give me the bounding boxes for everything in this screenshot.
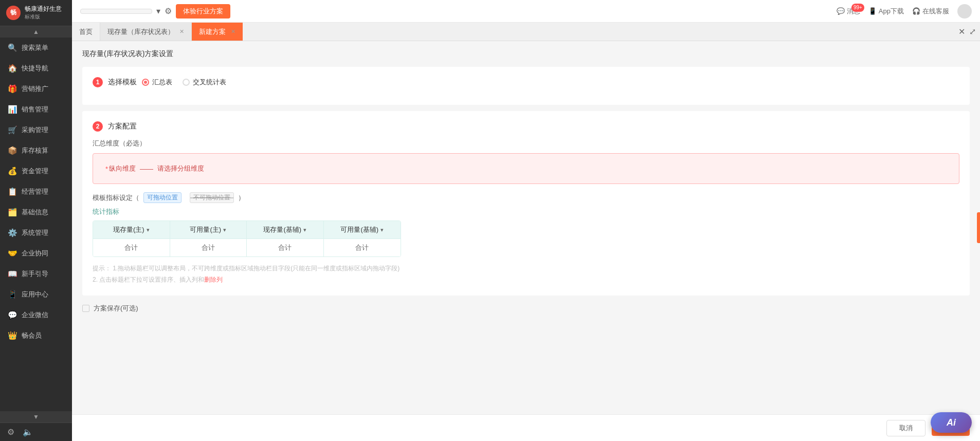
sidebar-item-icon-sales: 📊 <box>7 104 17 115</box>
sidebar-item-purchase[interactable]: 🛒 采购管理 <box>0 120 72 140</box>
col-dropdown-1[interactable]: ▾ <box>223 227 226 233</box>
content-area: 现存量(库存状况表)方案设置 1 选择模板 汇总表 交叉统计表 <box>72 41 980 414</box>
col-dropdown-0[interactable]: ▾ <box>147 227 150 233</box>
sidebar-item-label-app-center: 应用中心 <box>22 290 48 299</box>
sidebar-item-finance[interactable]: 💰 资金管理 <box>0 161 72 181</box>
sidebar-item-label-new-guide: 新手引导 <box>22 269 48 279</box>
sidebar-item-icon-purchase: 🛒 <box>7 125 17 135</box>
sidebar-item-icon-search-menu: 🔍 <box>7 43 17 53</box>
sidebar-item-sales[interactable]: 📊 销售管理 <box>0 99 72 120</box>
dimension-warning-area: * 纵向维度 —— 请选择分组维度 <box>93 153 959 184</box>
stats-table: 现存量(主)▾可用量(主)▾现存量(基辅)▾可用量(基辅)▾ 合计合计合计合计 <box>93 220 401 257</box>
stats-col-header-0[interactable]: 现存量(主)▾ <box>93 221 170 238</box>
required-star: * <box>105 165 108 173</box>
sidebar-item-label-basic-info: 基础信息 <box>22 208 48 217</box>
sidebar-item-enterprise[interactable]: 🤝 企业协同 <box>0 243 72 264</box>
sidebar-scroll-up[interactable]: ▲ <box>0 26 72 38</box>
dimension-label: 纵向维度 <box>109 164 136 173</box>
sidebar-item-inventory[interactable]: 📦 库存核算 <box>0 140 72 161</box>
sidebar-item-label-operations: 经营管理 <box>22 187 48 196</box>
tab-inventory-status[interactable]: 现存量（库存状况表） ✕ <box>100 23 192 41</box>
save-checkbox[interactable] <box>82 305 89 312</box>
sidebar-item-label-system: 系统管理 <box>22 228 48 237</box>
tab-expand-btn[interactable]: ⤢ <box>969 27 976 36</box>
col-dropdown-3[interactable]: ▾ <box>380 227 384 233</box>
tab-inventory-label: 现存量（库存状况表） <box>107 27 174 36</box>
sidebar-item-quick-nav[interactable]: 🏠 快捷导航 <box>0 58 72 79</box>
step1-badge: 1 <box>93 77 103 87</box>
save-option: 方案保存(可选) <box>82 304 970 313</box>
bottom-bar: 取消 查询 <box>72 414 980 441</box>
sound-icon[interactable]: 🔈 <box>23 427 33 437</box>
sidebar-item-new-guide[interactable]: 📖 新手引导 <box>0 264 72 284</box>
sidebar-item-label-finance: 资金管理 <box>22 167 48 176</box>
sidebar-item-basic-info[interactable]: 🗂️ 基础信息 <box>0 202 72 223</box>
stats-col-header-2[interactable]: 现存量(基辅)▾ <box>247 221 324 238</box>
user-avatar[interactable] <box>957 4 972 19</box>
sidebar-item-label-enterprise-wechat: 企业微信 <box>22 310 48 320</box>
top-bar: ▾ ⚙ 体验行业方案 💬 消息 99+ 📱 App下载 🎧 在线客服 <box>72 0 980 23</box>
ai-bubble[interactable]: Ai <box>931 412 972 433</box>
online-service-label: 在线客服 <box>922 7 949 16</box>
non-draggable-tag: 不可拖动位置 <box>190 192 234 203</box>
stats-col-header-label-3: 可用量(基辅) <box>340 225 378 234</box>
non-draggable-label: 不可拖动位置 <box>193 194 230 201</box>
stats-col-header-1[interactable]: 可用量(主)▾ <box>170 221 247 238</box>
headset-icon: 🎧 <box>912 7 920 15</box>
hint-2: 2. 点击标题栏下拉可设置排序、插入列和删除列 <box>93 274 959 286</box>
gear-icon[interactable]: ⚙ <box>165 6 172 16</box>
tab-close-btn[interactable]: ✕ <box>958 27 965 36</box>
sidebar-item-search-menu[interactable]: 🔍 搜索菜单 <box>0 38 72 58</box>
sidebar-item-label-quick-nav: 快捷导航 <box>22 64 48 73</box>
sidebar-item-icon-enterprise-wechat: 💬 <box>7 310 17 320</box>
dimension-dash: —— <box>140 165 153 173</box>
message-action[interactable]: 💬 消息 99+ <box>837 7 860 16</box>
settings-icon[interactable]: ⚙ <box>7 427 14 437</box>
hint-1: 提示： 1.拖动标题栏可以调整布局，不可跨维度或指标区域拖动栏目字段(只能在同一… <box>93 263 959 274</box>
sidebar-item-app-center[interactable]: 📱 应用中心 <box>0 284 72 305</box>
tab-new-scheme-close[interactable]: ✕ <box>231 28 235 35</box>
stats-col-header-label-1: 可用量(主) <box>190 225 221 234</box>
sidebar-item-operations[interactable]: 📋 经营管理 <box>0 181 72 202</box>
sidebar-item-system[interactable]: ⚙️ 系统管理 <box>0 223 72 243</box>
download-icon: 📱 <box>868 7 877 15</box>
radio-summary-circle <box>142 79 149 86</box>
sidebar-item-icon-system: ⚙️ <box>7 228 17 238</box>
indicator-settings-label: 模板指标设定（ 可拖动位置 不可拖动位置 ） <box>93 192 959 203</box>
dimension-placeholder[interactable]: 请选择分组维度 <box>157 164 204 173</box>
tab-new-scheme-label: 新建方案 <box>199 27 226 36</box>
industry-btn[interactable]: 体验行业方案 <box>176 4 230 19</box>
tab-new-scheme[interactable]: 新建方案 ✕ <box>192 23 243 41</box>
step1-title: 选择模板 <box>108 78 137 87</box>
message-icon: 💬 <box>837 7 845 15</box>
indicator-close: ） <box>238 193 245 203</box>
stats-col-header-3[interactable]: 可用量(基辅)▾ <box>324 221 401 238</box>
page-title: 现存量(库存状况表)方案设置 <box>82 49 970 59</box>
sidebar-scroll-down[interactable]: ▼ <box>0 411 72 422</box>
stats-table-body: 合计合计合计合计 <box>93 238 401 256</box>
sidebar-item-label-sales: 销售管理 <box>22 105 48 114</box>
sidebar-item-enterprise-wechat[interactable]: 💬 企业微信 <box>0 305 72 325</box>
dropdown-icon[interactable]: ▾ <box>156 6 160 16</box>
tab-inventory-close[interactable]: ✕ <box>179 28 184 35</box>
radio-summary[interactable]: 汇总表 <box>142 78 172 87</box>
sidebar-item-members[interactable]: 👑 畅会员 <box>0 325 72 346</box>
sidebar-item-label-search-menu: 搜索菜单 <box>22 43 48 52</box>
online-service-action[interactable]: 🎧 在线客服 <box>912 7 949 16</box>
cancel-button[interactable]: 取消 <box>886 420 925 436</box>
app-download-label: App下载 <box>879 7 904 16</box>
tab-home[interactable]: 首页 <box>72 23 100 41</box>
tab-bar-actions: ✕ ⤢ <box>958 27 980 36</box>
app-download-action[interactable]: 📱 App下载 <box>868 7 904 16</box>
radio-cross-label: 交叉统计表 <box>193 78 226 87</box>
top-bar-left: ▾ ⚙ 体验行业方案 <box>80 4 830 19</box>
stats-cell-0-0: 合计 <box>93 238 170 256</box>
radio-cross[interactable]: 交叉统计表 <box>183 78 226 87</box>
stats-cell-0-1: 合计 <box>170 238 247 256</box>
sidebar-item-marketing[interactable]: 🎁 营销推广 <box>0 79 72 99</box>
radio-cross-circle <box>183 79 190 86</box>
search-input[interactable] <box>80 9 152 14</box>
step1-card: 1 选择模板 汇总表 交叉统计表 <box>82 67 970 105</box>
main-area: ▾ ⚙ 体验行业方案 💬 消息 99+ 📱 App下载 🎧 在线客服 首页 <box>72 0 980 441</box>
col-dropdown-2[interactable]: ▾ <box>303 227 306 233</box>
